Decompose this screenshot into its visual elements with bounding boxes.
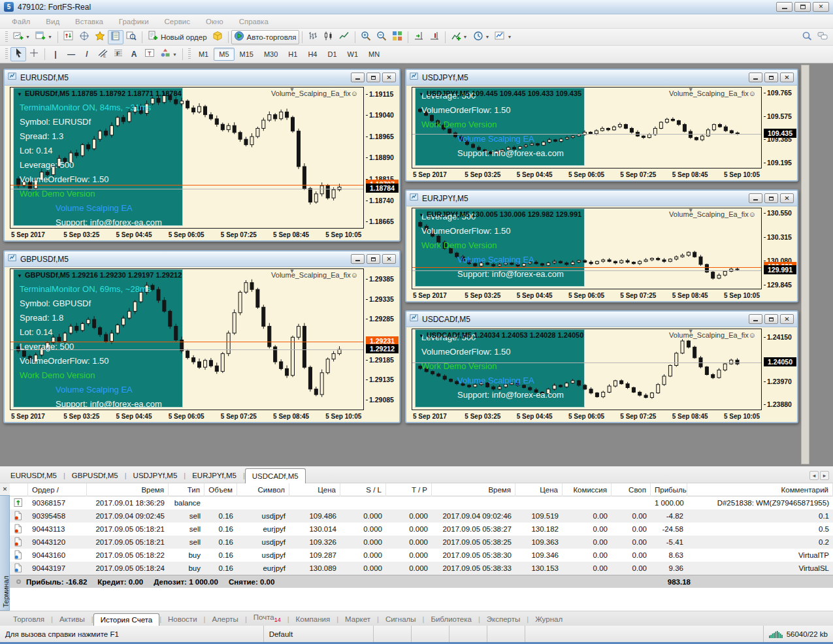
strategy-tester-button[interactable]: [123, 30, 139, 44]
column-header[interactable]: Время: [87, 483, 169, 496]
navigator-button[interactable]: [92, 30, 108, 44]
chart-plot-area[interactable]: TerminalMonitor ON, 69ms, ~28msSymbol: G…: [10, 268, 364, 410]
timeframe-mn[interactable]: MN: [363, 48, 385, 61]
workspace-scrollbar[interactable]: [801, 65, 809, 464]
chart-tab-usdcadf[interactable]: USDCADf,M5: [245, 468, 306, 483]
profiles-button[interactable]: ▼: [33, 30, 55, 44]
timeframe-m5[interactable]: M5: [214, 48, 234, 61]
menu-window[interactable]: Окно: [198, 18, 231, 25]
chart-tab-usdjpyf[interactable]: USDJPYf,M5: [127, 469, 184, 483]
chart-restore-button[interactable]: [764, 193, 778, 203]
titlebar[interactable]: 5 479102: FortFS-Real ✕: [0, 0, 833, 14]
status-profile[interactable]: Default: [263, 626, 373, 642]
column-header[interactable]: Символ: [237, 483, 289, 496]
zoom-out-button[interactable]: [374, 30, 389, 44]
chart-tab-eurusdf[interactable]: EURUSDf,M5: [4, 469, 63, 483]
chart-tab-gbpusdf[interactable]: GBPUSDf,M5: [65, 469, 125, 483]
tile-windows-button[interactable]: [389, 30, 405, 44]
chart-plot-area[interactable]: TerminalMonitor ON, 84ms, ~31msSymbol: E…: [10, 87, 364, 229]
column-header[interactable]: Прибыль: [651, 483, 687, 496]
auto-scroll-button[interactable]: [411, 30, 427, 44]
new-order-button[interactable]: Новый ордер: [145, 30, 210, 44]
horizontal-line-button[interactable]: —: [63, 47, 79, 61]
column-header[interactable]: [10, 483, 28, 496]
metaeditor-button[interactable]: [210, 30, 225, 44]
chart-window-titlebar[interactable]: EURUSDf,M5✕: [5, 70, 399, 86]
chart-minimize-button[interactable]: [351, 254, 365, 264]
history-row-90443113[interactable]: 904431132017.09.05 05:18:21sell0.16eurjp…: [10, 523, 833, 536]
column-header[interactable]: Своп: [612, 483, 651, 496]
terminal-tab-9[interactable]: Библиотека: [424, 613, 478, 626]
zoom-in-button[interactable]: [358, 30, 374, 44]
timeframe-m30[interactable]: M30: [259, 48, 283, 61]
column-header[interactable]: Цена: [515, 483, 563, 496]
chart-close-button[interactable]: ✕: [382, 254, 396, 264]
symbol-dropdown-icon[interactable]: ▼: [419, 333, 424, 339]
indicators-button[interactable]: ▼: [448, 30, 470, 44]
scroll-tabs-left-button[interactable]: ◂: [809, 471, 819, 480]
timeframe-m15[interactable]: M15: [235, 48, 259, 61]
chart-plot-area[interactable]: Leverage: 500VolumeOrderFlow: 1.50Work D…: [412, 208, 762, 289]
terminal-tab-6[interactable]: Компания: [289, 613, 337, 626]
fibonacci-button[interactable]: F: [110, 47, 126, 61]
terminal-tab-0[interactable]: Торговля: [7, 613, 51, 626]
terminal-tab-5[interactable]: Почта14: [247, 611, 287, 626]
minimize-button[interactable]: [776, 2, 792, 12]
chart-close-button[interactable]: ✕: [780, 193, 794, 203]
history-row-90395458[interactable]: 903954582017.09.04 09:02:45sell0.16usdjp…: [10, 509, 833, 523]
timeframe-h4[interactable]: H4: [302, 48, 322, 61]
menu-insert[interactable]: Вставка: [67, 18, 111, 25]
column-header[interactable]: S / L: [340, 483, 386, 496]
history-row-90368157[interactable]: 903681572017.09.01 18:36:29balance1 000.…: [10, 496, 833, 509]
menu-view[interactable]: Вид: [38, 18, 67, 25]
close-button[interactable]: ✕: [813, 2, 829, 12]
column-header[interactable]: Объем: [204, 483, 237, 496]
scroll-tabs-right-button[interactable]: ▸: [820, 471, 829, 480]
column-header[interactable]: Комиссия: [563, 483, 612, 496]
column-header[interactable]: Комментарий: [687, 483, 833, 496]
chart-window-titlebar[interactable]: USDCADf,M5✕: [406, 312, 797, 327]
market-watch-button[interactable]: [61, 30, 76, 44]
chart-restore-button[interactable]: [764, 72, 778, 82]
chart-restore-button[interactable]: [367, 254, 380, 264]
terminal-tab-8[interactable]: Сигналы: [379, 613, 423, 626]
templates-button[interactable]: ▼: [492, 30, 514, 44]
history-row-90443160[interactable]: 904431602017.09.05 05:18:22buy0.16usdjpy…: [10, 549, 833, 562]
equidistant-channel-button[interactable]: E: [95, 47, 110, 61]
terminal-tab-7[interactable]: Маркет: [338, 613, 377, 626]
symbol-dropdown-icon[interactable]: ▼: [419, 91, 424, 97]
terminal-tab-3[interactable]: Новости: [161, 613, 204, 626]
text-button[interactable]: A: [126, 47, 142, 61]
arrows-button[interactable]: ▼: [157, 47, 180, 61]
candle-chart-button[interactable]: [321, 30, 336, 44]
line-chart-button[interactable]: [336, 30, 352, 44]
terminal-tab-1[interactable]: Активы: [53, 613, 91, 626]
timeframe-h1[interactable]: H1: [283, 48, 302, 61]
column-header[interactable]: T / P: [386, 483, 432, 496]
periods-button[interactable]: ▼: [470, 30, 493, 44]
chart-close-button[interactable]: ✕: [780, 314, 794, 324]
menu-charts[interactable]: Графики: [111, 18, 157, 25]
chart-window-titlebar[interactable]: EURJPYf,M5✕: [406, 191, 797, 206]
symbol-dropdown-icon[interactable]: ▼: [17, 273, 22, 279]
new-chart-button[interactable]: ▼: [10, 30, 33, 44]
terminal-close-button[interactable]: ✕: [1, 485, 9, 493]
chart-window-titlebar[interactable]: GBPUSDf,M5✕: [5, 251, 399, 267]
chart-close-button[interactable]: ✕: [780, 72, 794, 82]
chart-restore-button[interactable]: [764, 314, 778, 324]
maximize-button[interactable]: [794, 2, 811, 12]
menu-file[interactable]: Файл: [4, 18, 38, 25]
chart-plot-area[interactable]: Leverage: 500VolumeOrderFlow: 1.50Work D…: [412, 87, 762, 169]
chart-minimize-button[interactable]: [749, 72, 762, 82]
chart-minimize-button[interactable]: [749, 193, 762, 203]
vertical-line-button[interactable]: |: [48, 47, 63, 61]
column-header[interactable]: Ордер /: [28, 483, 87, 496]
timeframe-w1[interactable]: W1: [342, 48, 364, 61]
history-row-90443197[interactable]: 904431972017.09.05 05:18:24buy0.16eurjpy…: [10, 562, 833, 575]
timeframe-d1[interactable]: D1: [322, 48, 342, 61]
toolbar-grip[interactable]: [188, 48, 191, 60]
column-header[interactable]: Цена: [289, 483, 340, 496]
timeframe-m1[interactable]: M1: [193, 48, 214, 61]
cursor-button[interactable]: [10, 47, 26, 61]
symbol-dropdown-icon[interactable]: ▼: [419, 212, 424, 218]
